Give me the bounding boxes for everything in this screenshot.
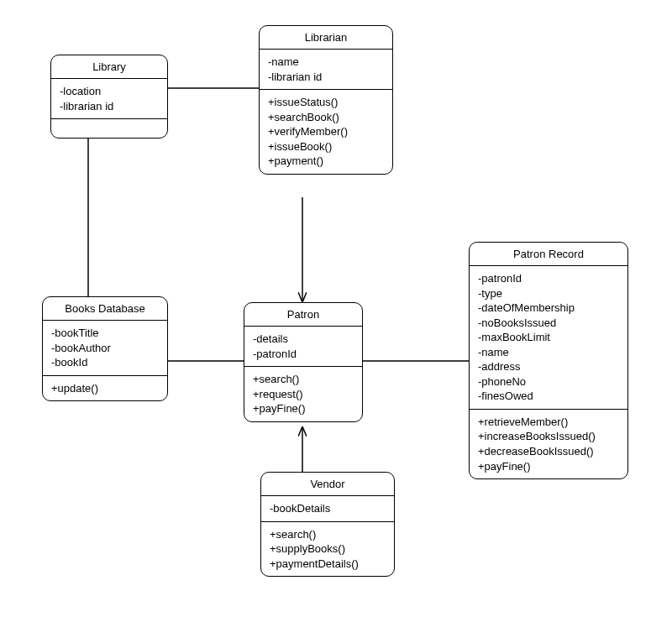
- diagram-canvas: Library -location -librarian id Libraria…: [0, 0, 672, 617]
- attribute: -librarian id: [60, 99, 159, 114]
- attributes-section: -details -patronId: [244, 327, 362, 366]
- method: +search(): [253, 372, 354, 387]
- method: +issueBook(): [268, 139, 384, 154]
- class-title: Librarian: [260, 26, 392, 49]
- attribute: -name: [268, 55, 384, 70]
- method: +payFine(): [478, 459, 619, 474]
- attribute: -bookId: [51, 355, 159, 370]
- methods-section: +retrieveMember() +increaseBooksIssued()…: [470, 410, 627, 478]
- method: +payment(): [268, 154, 384, 169]
- attribute: -maxBookLimit: [478, 330, 619, 345]
- attribute: -patronId: [478, 271, 619, 286]
- class-librarian: Librarian -name -librarian id +issueStat…: [259, 25, 393, 175]
- attribute: -patronId: [253, 347, 354, 362]
- method: +update(): [51, 381, 159, 396]
- attribute: -details: [253, 332, 354, 347]
- attribute: -type: [478, 286, 619, 301]
- method: +paymentDetails(): [270, 557, 386, 572]
- attribute: -address: [478, 359, 619, 374]
- method: +supplyBooks(): [270, 541, 386, 557]
- method: +verifyMember(): [268, 124, 384, 139]
- class-title: Library: [51, 55, 167, 78]
- methods-section: [51, 119, 167, 138]
- attribute: -location: [60, 84, 159, 99]
- method: +increaseBooksIssued(): [478, 429, 619, 444]
- class-library: Library -location -librarian id: [50, 55, 168, 139]
- attributes-section: -patronId -type -dateOfMembership -noBoo…: [470, 266, 627, 409]
- method: +searchBook(): [268, 110, 384, 125]
- attribute: -phoneNo: [478, 374, 619, 390]
- attribute: -noBooksIssued: [478, 316, 619, 331]
- methods-section: +issueStatus() +searchBook() +verifyMemb…: [260, 90, 392, 174]
- class-books-database: Books Database -bookTitle -bookAuthor -b…: [42, 296, 168, 401]
- class-title: Books Database: [43, 297, 167, 320]
- class-title: Vendor: [261, 473, 394, 495]
- class-vendor: Vendor -bookDetails +search() +supplyBoo…: [260, 472, 395, 577]
- method: +issueStatus(): [268, 95, 384, 110]
- method: +decreaseBookIssued(): [478, 444, 619, 459]
- attributes-section: -location -librarian id: [51, 79, 167, 118]
- class-patron: Patron -details -patronId +search() +req…: [244, 302, 363, 422]
- method: +search(): [270, 527, 386, 542]
- attributes-section: -bookDetails: [261, 496, 394, 521]
- methods-section: +update(): [43, 376, 167, 401]
- method: +request(): [253, 387, 354, 402]
- attribute: -name: [478, 345, 619, 360]
- class-patron-record: Patron Record -patronId -type -dateOfMem…: [469, 242, 628, 479]
- attribute: -bookDetails: [270, 501, 386, 516]
- class-title: Patron: [244, 303, 362, 326]
- attribute: -bookTitle: [51, 326, 159, 341]
- class-title: Patron Record: [470, 243, 627, 265]
- attribute: -dateOfMembership: [478, 301, 619, 316]
- attribute: -bookAuthor: [51, 341, 159, 356]
- attributes-section: -name -librarian id: [260, 50, 392, 89]
- methods-section: +search() +request() +payFine(): [244, 367, 362, 421]
- method: +retrieveMember(): [478, 415, 619, 430]
- attribute: -finesOwed: [478, 389, 619, 404]
- method: +payFine(): [253, 401, 354, 416]
- attribute: -librarian id: [268, 70, 384, 85]
- attributes-section: -bookTitle -bookAuthor -bookId: [43, 321, 167, 375]
- methods-section: +search() +supplyBooks() +paymentDetails…: [261, 522, 394, 577]
